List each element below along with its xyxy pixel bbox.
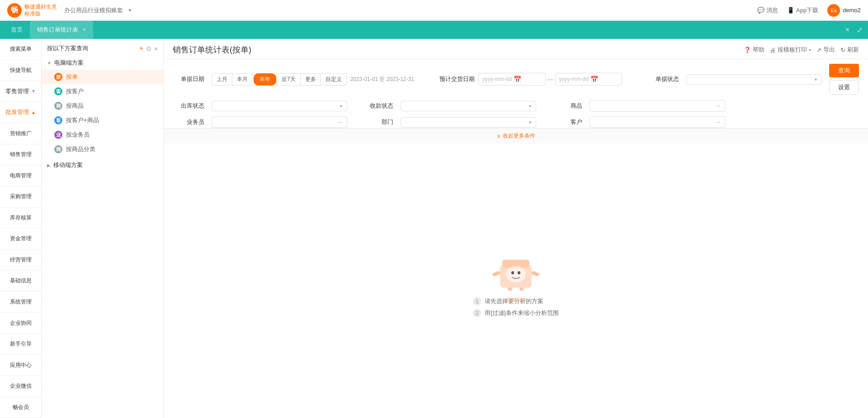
print-dropdown-icon[interactable]: ▾ (809, 48, 811, 52)
sidebar-wechat-label: 企业微信 (10, 382, 32, 390)
customer-label: 客户 (551, 118, 582, 126)
query-button[interactable]: 查询 (829, 64, 859, 77)
export-label: 导出 (823, 46, 835, 54)
export-button[interactable]: ↗ 导出 (816, 46, 835, 54)
scheme-item-label-bysalesman: 按业务员 (66, 131, 90, 139)
scheme-item-bycustomer[interactable]: 客 按客户 (42, 84, 163, 99)
app-download-button[interactable]: 📱 App下载 (787, 6, 818, 14)
top-bar: 畅 畅捷通好生意 标准版 办公用品行业模拟账套 ▾ 💬 消息 📱 App下载 E… (0, 0, 868, 21)
sidebar-item-appcenter[interactable]: 应用中心 (0, 355, 41, 376)
right-content: 销售订单统计表(按单) ❓ 帮助 🖨 按模板打印 ▾ ↗ 导出 (164, 39, 868, 418)
logo-text: 畅捷通好生意 标准版 (24, 4, 57, 17)
scheme-item-bygoods[interactable]: 商 按商品 (42, 99, 163, 113)
sidebar-item-search[interactable]: 搜索菜单 (0, 39, 41, 60)
print-label: 按模板打印 (778, 46, 807, 54)
sidebar-item-system[interactable]: 系统管理 (0, 292, 41, 313)
sidebar-item-wechat[interactable]: 企业微信 (0, 376, 41, 397)
sidebar-item-sales[interactable]: 销售管理 (0, 144, 41, 166)
date-btn-7days[interactable]: 近7天 (277, 73, 301, 86)
date-btn-thismonth[interactable]: 本月 (232, 73, 253, 86)
sidebar-wholesale-arrow: ▲ (31, 110, 36, 115)
sidebar-item-corp[interactable]: 企业协同 (0, 313, 41, 334)
sidebar-item-ecommerce[interactable]: 电商管理 (0, 165, 41, 186)
sidebar-marketing-label: 营销推广 (10, 130, 32, 138)
scheme-panel-title: 按以下方案查询 (47, 44, 88, 52)
sidebar-basic-label: 基础信息 (10, 277, 32, 285)
empty-shadow (502, 298, 529, 301)
customer-input[interactable]: ··· (590, 116, 725, 128)
tab-active[interactable]: 销售订单统计表 × (30, 21, 93, 39)
sidebar-item-inventory[interactable]: 库存核算 (0, 208, 41, 229)
scheme-item-bycat[interactable]: 商 按商品分类 (42, 142, 163, 157)
dept-select[interactable]: ▾ (401, 117, 536, 128)
sidebar-item-newbie[interactable]: 新手引导 (0, 334, 41, 355)
scheme-group-header-pc[interactable]: ▼ 电脑端方案 (42, 56, 163, 70)
print-icon: 🖨 (770, 47, 776, 53)
sidebar-item-quicknav[interactable]: 快捷导航 (0, 60, 41, 81)
sidebar-item-finance[interactable]: 资金管理 (0, 228, 41, 250)
sidebar-item-marketing[interactable]: 营销推广 (0, 123, 41, 144)
sidebar-item-basic[interactable]: 基础信息 (0, 271, 41, 292)
data-area: 1 请先选择要分析的方案 2 用[过滤]条件来缩小分析范围 (164, 143, 868, 418)
scheme-collapse-icon[interactable]: « (154, 45, 158, 52)
scheme-item-icon-bysalesman: 业 (54, 131, 62, 139)
sidebar-item-wholesale[interactable]: 批发管理 ▲ (0, 102, 41, 124)
goods-more-icon[interactable]: ··· (716, 103, 720, 109)
ship-status-select[interactable]: ▾ (212, 101, 347, 111)
tab-home-label: 首页 (11, 26, 23, 34)
date-btn-lastmonth[interactable]: 上月 (212, 73, 232, 86)
customer-more-icon[interactable]: ··· (716, 119, 720, 125)
export-icon: ↗ (816, 47, 821, 53)
salesman-label: 业务员 (173, 118, 204, 126)
tab-close-icon[interactable]: × (83, 27, 86, 33)
help-button[interactable]: ❓ 帮助 (744, 46, 764, 54)
status-select[interactable]: ▾ (686, 74, 822, 85)
expected-date-end[interactable]: yyyy-mm-dd 📅 (555, 73, 622, 86)
scheme-group-pc: ▼ 电脑端方案 按 按单 客 按客户 商 按商品 客 按客户+商品 (42, 56, 163, 157)
scheme-add-button[interactable]: + (139, 44, 143, 52)
message-button[interactable]: 💬 消息 (757, 6, 778, 14)
refresh-button[interactable]: ↻ 刷新 (840, 46, 859, 54)
tab-home[interactable]: 首页 (4, 21, 30, 39)
date-btn-thisyear[interactable]: 本年 (254, 73, 276, 86)
print-button[interactable]: 🖨 按模板打印 ▾ (770, 46, 811, 54)
expected-date-start[interactable]: yyyy-mm-dd 📅 (478, 73, 545, 86)
empty-illustration (489, 245, 543, 296)
scheme-item-bysalesman[interactable]: 业 按业务员 (42, 128, 163, 142)
payment-status-select[interactable]: ▾ (401, 101, 536, 111)
window-title-dropdown-icon[interactable]: ▾ (128, 7, 132, 14)
date-btn-custom[interactable]: 自定义 (321, 73, 347, 86)
date-btn-more[interactable]: 更多 (300, 73, 321, 86)
user-area[interactable]: Ea demo2 (827, 4, 861, 17)
sidebar-operations-label: 经营管理 (10, 256, 32, 264)
collapse-bar[interactable]: ∧ 收起更多条件 (164, 128, 868, 143)
sidebar-retail-arrow: ▼ (31, 89, 36, 94)
expected-date-start-placeholder: yyyy-mm-dd (482, 76, 512, 82)
scheme-group-header-mobile[interactable]: ▶ 移动端方案 (42, 158, 163, 172)
expected-date-label: 预计交货日期 (439, 75, 471, 83)
goods-label: 商品 (551, 102, 582, 110)
sidebar-item-member[interactable]: 畅会员 (0, 397, 41, 418)
logo-line2: 标准版 (24, 10, 57, 17)
scheme-setting-icon[interactable]: ⊙ (146, 45, 151, 52)
tab-minimize-button[interactable]: × (844, 24, 851, 36)
salesman-input[interactable]: ··· (212, 116, 347, 128)
settings-button[interactable]: 设置 (829, 80, 859, 95)
filter-row-2: 出库状态 ▾ 收款状态 ▾ 商品 ··· (173, 100, 859, 112)
sidebar-item-retail[interactable]: 零售管理 ▼ (0, 81, 41, 102)
tab-maximize-button[interactable]: ⤢ (855, 24, 864, 36)
sidebar-retail-label: 零售管理 (5, 87, 29, 95)
scheme-item-bycustomergoods[interactable]: 客 按客户+商品 (42, 113, 163, 128)
salesman-more-icon[interactable]: ··· (338, 119, 342, 125)
sidebar-member-label: 畅会员 (13, 404, 29, 411)
goods-input[interactable]: ··· (590, 100, 725, 112)
date-separator: — (547, 76, 553, 83)
empty-hint-2: 2 用[过滤]条件来缩小分析范围 (473, 309, 558, 317)
sidebar-item-purchase[interactable]: 采购管理 (0, 186, 41, 208)
sidebar-item-operations[interactable]: 经营管理 (0, 250, 41, 271)
scheme-group-label-pc: 电脑端方案 (54, 59, 84, 67)
ship-status-arrow: ▾ (340, 104, 342, 109)
content-area: 按以下方案查询 + ⊙ « ▼ 电脑端方案 按 按单 客 (42, 39, 868, 418)
scheme-item-byorder[interactable]: 按 按单 (42, 70, 163, 84)
sidebar-finance-label: 资金管理 (10, 235, 32, 242)
